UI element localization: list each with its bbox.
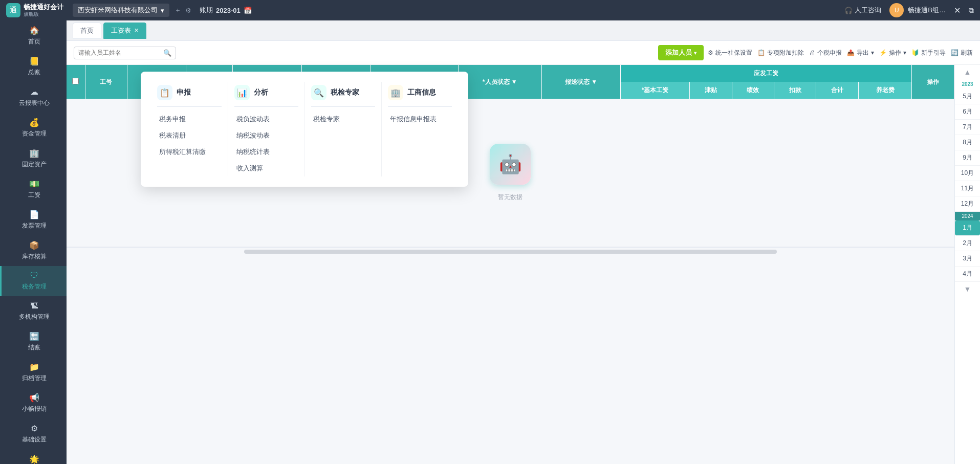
cal-month-3[interactable]: 3月 [955, 251, 980, 267]
cal-month-10[interactable]: 10月 [955, 166, 980, 181]
operation-label: 操作 [889, 49, 901, 57]
sidebar-item-expense[interactable]: 📢 小畅报销 [0, 388, 67, 418]
maximize-btn[interactable]: ⧉ [969, 6, 974, 15]
menu-item-tax-burden[interactable]: 税负波动表 [234, 111, 298, 127]
settings-icon[interactable]: ⚙ [185, 7, 191, 14]
calendar-icon[interactable]: 📅 [244, 7, 252, 14]
analysis-section-icon: 📊 [234, 85, 250, 100]
export-chevron: ▾ [871, 49, 874, 56]
cal-year-2024-marker: 2024 [955, 212, 980, 220]
sidebar-item-salary[interactable]: 💵 工资 [0, 174, 67, 205]
cal-month-9[interactable]: 9月 [955, 150, 980, 166]
app-title: 畅捷通好会计 [24, 3, 63, 11]
header-right: 🎧 人工咨询 U 畅捷通B组… ✕ ⧉ [844, 3, 974, 17]
search-wrap: 🔍 [74, 47, 176, 59]
tab-close-btn[interactable]: ✕ [134, 27, 139, 34]
empty-text: 暂无数据 [498, 193, 522, 202]
header-period: 账期 2023-01 📅 [200, 6, 252, 15]
cal-month-4[interactable]: 4月 [955, 267, 980, 282]
menu-item-tax-declaration[interactable]: 税务申报 [157, 111, 222, 127]
sidebar-item-invoice[interactable]: 📄 发票管理 [0, 205, 67, 235]
sidebar-item-close[interactable]: 🔚 结账 [0, 326, 67, 357]
add-employee-btn[interactable]: 添加人员 ▾ [658, 45, 704, 60]
menu-item-tax-statistics[interactable]: 纳税统计表 [234, 144, 298, 160]
guide-btn[interactable]: 🔰 新手引导 [911, 49, 946, 57]
sidebar-item-funds[interactable]: 💰 资金管理 [0, 113, 67, 143]
sidebar-label-close: 结账 [28, 343, 40, 352]
add-employee-chevron: ▾ [694, 50, 696, 56]
cal-nav-down[interactable]: ▼ [961, 282, 975, 296]
sidebar-item-tax[interactable]: 🛡 税务管理 [0, 266, 67, 296]
cal-month-5[interactable]: 5月 [955, 89, 980, 104]
cal-month-2[interactable]: 2月 [955, 236, 980, 251]
tab-home[interactable]: 首页 [73, 23, 101, 39]
menu-section-expert-header: 🔍 税检专家 [311, 82, 375, 107]
sidebar-item-settings[interactable]: ⚙ 基础设置 [0, 418, 67, 449]
cal-month-7[interactable]: 7月 [955, 120, 980, 135]
sidebar-item-multi[interactable]: 🏗 多机构管理 [0, 296, 67, 326]
tax-declaration-btn[interactable]: 🖨 个税申报 [809, 49, 842, 57]
cal-month-1[interactable]: 1月 [955, 220, 980, 236]
declaration-section-icon: 📋 [157, 85, 172, 100]
toolbar-actions: ⚙ 统一社保设置 📋 专项附加扣除 🖨 个税申报 📤 导出 ▾ ⚡ [708, 49, 973, 57]
sidebar-label-multi: 多机构管理 [19, 313, 50, 321]
export-icon: 📤 [847, 49, 855, 56]
content-area: 首页 工资表 ✕ 🔍 添加人员 ▾ ⚙ 统一社保设置 [67, 20, 980, 464]
search-input[interactable] [78, 49, 160, 56]
service-btn[interactable]: 🎧 人工咨询 [844, 6, 881, 15]
social-security-label: 统一社保设置 [715, 49, 752, 57]
invoice-icon: 📄 [29, 210, 39, 219]
sidebar-label-invoice: 发票管理 [22, 222, 47, 230]
expense-icon: 📢 [29, 393, 39, 403]
menu-item-tax-expert[interactable]: 税检专家 [311, 111, 375, 127]
sidebar-item-ledger[interactable]: 📒 总账 [0, 51, 67, 82]
sidebar-item-inventory[interactable]: 📦 库存核算 [0, 235, 67, 266]
export-btn[interactable]: 📤 导出 ▾ [847, 49, 874, 57]
user-menu[interactable]: U 畅捷通B组… [889, 3, 946, 17]
sidebar-item-guide[interactable]: 🌟 新手引导 [0, 449, 67, 464]
archive-icon: 📁 [29, 362, 39, 372]
select-all-checkbox[interactable] [72, 78, 79, 84]
sidebar-item-home[interactable]: 🏠 首页 [0, 20, 67, 51]
close-window-btn[interactable]: ✕ [954, 6, 961, 15]
settings-nav-icon: ⚙ [31, 424, 38, 433]
menu-section-declaration: 📋 申报 税务申报 税表清册 所得税汇算清缴 [151, 82, 228, 176]
add-company-btn[interactable]: ＋ [175, 6, 181, 15]
operation-chevron: ▾ [903, 49, 906, 56]
menu-item-income-forecast[interactable]: 收入测算 [234, 160, 298, 176]
export-label: 导出 [857, 49, 869, 57]
social-security-btn[interactable]: ⚙ 统一社保设置 [708, 49, 752, 57]
menu-item-income-settlement[interactable]: 所得税汇算清缴 [157, 144, 222, 160]
sidebar-item-assets[interactable]: 🏢 固定资产 [0, 143, 67, 174]
declaration-section-title: 申报 [177, 88, 191, 97]
th-checkbox[interactable] [67, 65, 85, 99]
guide-toolbar-icon: 🔰 [911, 49, 919, 56]
inventory-icon: 📦 [29, 240, 39, 250]
cal-month-11[interactable]: 11月 [955, 181, 980, 196]
cal-nav-up[interactable]: ▲ [961, 65, 975, 79]
operation-btn[interactable]: ⚡ 操作 ▾ [879, 49, 906, 57]
th-report-status: 报送状态 ▼ [541, 65, 620, 99]
tab-salary-table[interactable]: 工资表 ✕ [103, 23, 146, 39]
th-salary-group: 应发工资 [621, 65, 912, 82]
cal-month-6[interactable]: 6月 [955, 104, 980, 120]
scrollbar-thumb[interactable] [244, 250, 777, 254]
funds-icon: 💰 [29, 118, 39, 127]
menu-item-tax-register[interactable]: 税表清册 [157, 127, 222, 144]
menu-item-tax-fluctuation[interactable]: 纳税波动表 [234, 127, 298, 144]
company-selector[interactable]: 西安虾米网络科技有限公司 ▾ [73, 4, 169, 17]
th-pension: 养老费 [858, 82, 911, 99]
cal-month-12[interactable]: 12月 [955, 196, 980, 212]
service-label: 人工咨询 [855, 6, 881, 15]
sidebar-item-archive[interactable]: 📁 归档管理 [0, 357, 67, 388]
search-icon[interactable]: 🔍 [163, 49, 171, 57]
th-base-salary: *基本工资 [621, 82, 690, 99]
menu-item-annual-report[interactable]: 年报信息申报表 [388, 111, 452, 127]
top-header: 通 畅捷通好会计 旗舰版 西安虾米网络科技有限公司 ▾ ＋ ⚙ 账期 2023-… [0, 0, 980, 20]
tax-icon: 🛡 [30, 271, 38, 280]
refresh-btn[interactable]: 🔄 刷新 [951, 49, 973, 57]
sidebar-label-tax: 税务管理 [22, 282, 47, 291]
special-deduction-btn[interactable]: 📋 专项附加扣除 [757, 49, 804, 57]
cal-month-8[interactable]: 8月 [955, 135, 980, 150]
sidebar-item-cloud[interactable]: ☁ 云报表中心 [0, 82, 67, 113]
